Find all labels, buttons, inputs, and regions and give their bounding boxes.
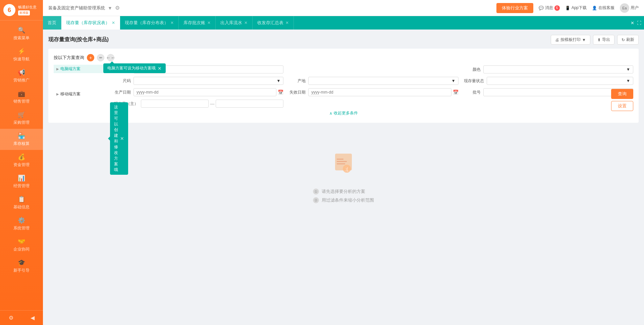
finance-icon: 💰	[18, 153, 25, 161]
filter-row-stock-main: 现存量（主） —	[114, 100, 283, 108]
print-btn[interactable]: 🖨 按模板打印 ▼	[551, 35, 590, 45]
color-select[interactable]: ▼	[483, 65, 633, 73]
quick-nav-icon: ⚡	[18, 48, 25, 55]
sidebar-item-guide[interactable]: 🎓 新手引导	[0, 256, 43, 277]
filter-row-mfg-date: 生产日期 📅	[114, 88, 283, 96]
edit-scheme-btn[interactable]: ✏	[97, 54, 104, 61]
export-btn[interactable]: ⬆ 导出	[593, 35, 614, 45]
app-logo-text: 畅通好生意 标准版	[18, 5, 37, 15]
message-btn[interactable]: 💬 消息 6	[539, 5, 560, 11]
sidebar-item-finance[interactable]: 💰 资金管理	[0, 150, 43, 171]
stock-status-dropdown-icon: ▼	[626, 78, 630, 83]
tab-inventory-dist[interactable]: 现存量（库存分布表） ✕	[120, 16, 179, 30]
filter-row-stock-status: 现存量状态 ▼	[464, 77, 633, 85]
refresh-btn[interactable]: ↻ 刷新	[617, 35, 639, 45]
tab-maximize[interactable]: ⛶	[637, 20, 641, 25]
scheme-tooltip: 这里可以创建和修改方案哦 ✕	[110, 102, 128, 175]
origin-select[interactable]: ▼	[308, 77, 458, 85]
tab-close-collect-summary[interactable]: ✕	[285, 20, 289, 25]
set-btn[interactable]: 设置	[611, 101, 633, 111]
exp-date-label: 失效日期	[289, 90, 306, 95]
sidebar-item-operations[interactable]: 📊 经营管理	[0, 171, 43, 192]
system-icon: ⚙️	[18, 217, 25, 224]
lot-label: 批号	[464, 90, 481, 95]
tab-bar-actions: ✕ ⛶	[631, 20, 644, 25]
filter-row-lot: 批号	[464, 88, 633, 96]
trial-btn[interactable]: 体验行业方案	[496, 3, 533, 13]
page-actions: 🖨 按模板打印 ▼ ⬆ 导出 ↻ 刷新	[551, 35, 639, 45]
sidebar-item-marketing[interactable]: 📢 营销推广	[0, 65, 43, 87]
exp-date-input[interactable]	[308, 88, 451, 96]
export-icon: ⬆	[597, 38, 601, 42]
tab-in-out-flow[interactable]: 出入库流水 ✕	[216, 16, 253, 30]
collapse-footer-btn[interactable]: ◀	[31, 315, 35, 321]
tab-home[interactable]: 首页	[43, 16, 61, 30]
spacer	[289, 65, 289, 73]
sidebar-item-system[interactable]: ⚙️ 系统管理	[0, 213, 43, 234]
tip-item-1: ① 请先选择要分析的方案	[313, 187, 374, 196]
purchase-icon: 🛒	[18, 111, 25, 118]
tab-inventory-status[interactable]: 现存量（库存状况表） ✕	[61, 16, 120, 30]
scheme-tooltip-close[interactable]: ✕	[120, 136, 124, 141]
tab-collect-summary[interactable]: 收发存汇总表 ✕	[253, 16, 294, 30]
operations-icon: 📊	[18, 174, 25, 182]
sidebar-item-basic[interactable]: 📋 基础信息	[0, 192, 43, 213]
tab-bar: 首页 现存量（库存状况表） ✕ 现存量（库存分布表） ✕ 库存批次账 ✕ 出入库…	[43, 16, 644, 30]
tab-batch-account[interactable]: 库存批次账 ✕	[179, 16, 216, 30]
tab-close-inventory-status[interactable]: ✕	[112, 20, 115, 25]
add-tooltip-popup: 电脑方案可设为移动方案哦 ✕	[103, 63, 166, 73]
empty-tips: ① 请先选择要分析的方案 ② 用过滤条件来缩小分析范围	[313, 187, 374, 205]
sidebar-item-enterprise[interactable]: 🤝 企业协同	[0, 234, 43, 256]
online-support-btn[interactable]: 👤 在线客服	[592, 5, 614, 11]
system-settings-icon[interactable]: ⚙	[115, 5, 120, 11]
settings-footer-btn[interactable]: ⚙	[9, 315, 13, 321]
app-download-btn[interactable]: 📱 App下载	[565, 5, 587, 11]
filter-row-origin: 产地 ▼	[289, 77, 458, 85]
color-label: 颜色	[464, 67, 481, 72]
sidebar-item-inventory[interactable]: 🏪 库存核算	[0, 129, 43, 150]
message-icon: 💬	[539, 6, 544, 10]
size-dropdown-icon: ▼	[276, 78, 280, 83]
tab-close-in-out-flow[interactable]: ✕	[244, 20, 248, 25]
tab-close-batch-account[interactable]: ✕	[207, 20, 211, 25]
tab-close-all[interactable]: ✕	[631, 20, 634, 25]
sidebar-item-purchase[interactable]: 🛒 采购管理	[0, 108, 43, 129]
color-dropdown-icon: ▼	[626, 67, 630, 72]
top-header: 装备及固定资产辅助管理系统 ▼ ⚙ 体验行业方案 💬 消息 6 📱 App下载 …	[43, 0, 644, 16]
sidebar-item-sales[interactable]: 💼 销售管理	[0, 87, 43, 108]
empty-illustration: :(	[327, 147, 360, 180]
user-area[interactable]: Ea 用户	[620, 3, 639, 13]
sidebar-item-search[interactable]: 🔍 搜索菜单	[0, 23, 43, 44]
stock-main-end[interactable]	[216, 100, 283, 108]
filter-row-size: 尺码 ▼	[114, 77, 283, 85]
tree-desktop-scheme[interactable]: ▶ 电脑端方案	[54, 65, 107, 73]
mfg-date-start-icon[interactable]: 📅	[278, 90, 283, 95]
stock-status-select[interactable]: ▼	[487, 77, 633, 85]
mfg-date-range: 📅	[133, 88, 283, 96]
tab-close-inventory-dist[interactable]: ✕	[170, 20, 174, 25]
lot-input[interactable]	[483, 88, 633, 96]
mfg-date-start[interactable]	[133, 88, 276, 96]
sidebar-menu: 🔍 搜索菜单 ⚡ 快速导航 📢 营销推广 💼 销售管理 🛒 采购管理 🏪 库存核…	[0, 20, 43, 310]
stock-main-start[interactable]	[141, 100, 209, 108]
collapse-icon: ∧	[329, 111, 332, 116]
size-select[interactable]: ▼	[133, 77, 283, 85]
add-tooltip-close[interactable]: ✕	[158, 66, 162, 71]
collapse-bar[interactable]: ∧ 收起更多条件	[54, 108, 633, 117]
print-dropdown-icon: ▼	[582, 38, 586, 42]
stock-main-range: —	[141, 100, 283, 108]
exp-date-icon[interactable]: 📅	[453, 90, 459, 95]
origin-label: 产地	[289, 78, 306, 84]
sidebar-item-quick-nav[interactable]: ⚡ 快速导航	[0, 44, 43, 65]
svg-text::(: :(	[345, 167, 348, 171]
tree-mobile-scheme[interactable]: ▶ 移动端方案	[54, 90, 107, 98]
svg-rect-2	[337, 161, 347, 162]
search-btn[interactable]: 查询	[611, 89, 633, 99]
back-btn[interactable]: ←←	[107, 54, 114, 61]
basic-icon: 📋	[18, 196, 25, 203]
filter-header: 按以下方案查询 + ✏ ←← 电脑方案可设为移动方案哦 ✕	[54, 54, 633, 61]
add-scheme-btn[interactable]: +	[87, 54, 94, 61]
sidebar-footer: ⚙ ◀	[0, 310, 43, 325]
size-label: 尺码	[114, 78, 131, 84]
system-dropdown-icon[interactable]: ▼	[108, 5, 112, 11]
